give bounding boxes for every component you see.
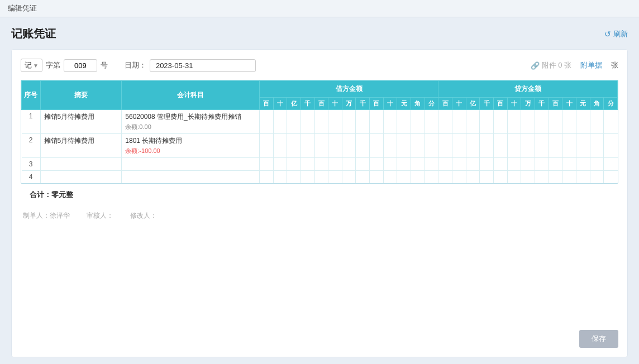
credit-cell-0-9[interactable] bbox=[562, 110, 576, 134]
debit-cell-1-0[interactable] bbox=[259, 134, 273, 158]
credit-cell-3-2[interactable] bbox=[466, 171, 480, 184]
debit-cell-3-0[interactable] bbox=[259, 171, 273, 184]
credit-cell-1-0[interactable] bbox=[438, 134, 452, 158]
debit-cell-1-8[interactable] bbox=[370, 134, 384, 158]
credit-cell-1-6[interactable] bbox=[521, 134, 535, 158]
credit-cell-1-1[interactable] bbox=[452, 134, 466, 158]
credit-cell-3-10[interactable] bbox=[576, 171, 590, 184]
cell-account-1[interactable]: 1801 长期待摊费用余额:-100.00 bbox=[122, 134, 260, 158]
debit-cell-3-5[interactable] bbox=[328, 171, 342, 184]
cell-account-0[interactable]: 56020008 管理费用_长期待摊费用摊销余额:0.00 bbox=[122, 110, 260, 134]
credit-cell-0-4[interactable] bbox=[494, 110, 508, 134]
debit-cell-3-2[interactable] bbox=[287, 171, 301, 184]
debit-cell-1-6[interactable] bbox=[342, 134, 356, 158]
debit-cell-3-1[interactable] bbox=[273, 171, 287, 184]
debit-cell-1-2[interactable] bbox=[287, 134, 301, 158]
credit-cell-2-7[interactable] bbox=[535, 158, 549, 171]
debit-cell-2-11[interactable] bbox=[411, 158, 425, 171]
debit-cell-2-7[interactable] bbox=[356, 158, 370, 171]
credit-cell-0-7[interactable] bbox=[535, 110, 549, 134]
debit-cell-2-10[interactable] bbox=[397, 158, 411, 171]
credit-cell-3-7[interactable] bbox=[535, 171, 549, 184]
table-row[interactable]: 1摊销5月待摊费用56020008 管理费用_长期待摊费用摊销余额:0.00 bbox=[22, 110, 618, 134]
credit-cell-2-3[interactable] bbox=[480, 158, 494, 171]
debit-cell-2-6[interactable] bbox=[342, 158, 356, 171]
credit-cell-1-9[interactable] bbox=[562, 134, 576, 158]
debit-cell-2-2[interactable] bbox=[287, 158, 301, 171]
credit-cell-0-12[interactable] bbox=[604, 110, 618, 134]
debit-cell-3-11[interactable] bbox=[411, 171, 425, 184]
credit-cell-0-11[interactable] bbox=[590, 110, 604, 134]
credit-cell-2-4[interactable] bbox=[494, 158, 508, 171]
credit-cell-1-12[interactable] bbox=[604, 134, 618, 158]
credit-cell-1-4[interactable] bbox=[494, 134, 508, 158]
credit-cell-0-0[interactable] bbox=[438, 110, 452, 134]
credit-cell-3-3[interactable] bbox=[480, 171, 494, 184]
debit-cell-2-12[interactable] bbox=[425, 158, 438, 171]
debit-cell-0-12[interactable] bbox=[425, 110, 438, 134]
cell-account-2[interactable] bbox=[122, 158, 260, 171]
credit-cell-1-10[interactable] bbox=[576, 134, 590, 158]
table-row[interactable]: 2摊销5月待摊费用1801 长期待摊费用余额:-100.00 bbox=[22, 134, 618, 158]
debit-cell-0-1[interactable] bbox=[273, 110, 287, 134]
credit-cell-3-0[interactable] bbox=[438, 171, 452, 184]
credit-cell-3-5[interactable] bbox=[507, 171, 521, 184]
credit-cell-3-8[interactable] bbox=[549, 171, 562, 184]
credit-cell-1-3[interactable] bbox=[480, 134, 494, 158]
credit-cell-3-1[interactable] bbox=[452, 171, 466, 184]
cell-summary-2[interactable] bbox=[40, 158, 122, 171]
credit-cell-0-6[interactable] bbox=[521, 110, 535, 134]
debit-cell-0-3[interactable] bbox=[301, 110, 314, 134]
debit-cell-0-8[interactable] bbox=[370, 110, 384, 134]
credit-cell-2-1[interactable] bbox=[452, 158, 466, 171]
credit-cell-1-5[interactable] bbox=[507, 134, 521, 158]
credit-cell-2-6[interactable] bbox=[521, 158, 535, 171]
debit-cell-0-2[interactable] bbox=[287, 110, 301, 134]
debit-cell-0-0[interactable] bbox=[259, 110, 273, 134]
credit-cell-3-12[interactable] bbox=[604, 171, 618, 184]
credit-cell-0-2[interactable] bbox=[466, 110, 480, 134]
debit-cell-2-3[interactable] bbox=[301, 158, 314, 171]
credit-cell-2-9[interactable] bbox=[562, 158, 576, 171]
cell-summary-3[interactable] bbox=[40, 171, 122, 184]
debit-cell-1-9[interactable] bbox=[383, 134, 397, 158]
table-row[interactable]: 3 bbox=[22, 158, 618, 171]
debit-cell-1-4[interactable] bbox=[314, 134, 328, 158]
refresh-button[interactable]: ↺ 刷新 bbox=[604, 29, 628, 39]
credit-cell-2-10[interactable] bbox=[576, 158, 590, 171]
credit-cell-2-0[interactable] bbox=[438, 158, 452, 171]
debit-cell-1-11[interactable] bbox=[411, 134, 425, 158]
debit-cell-0-5[interactable] bbox=[328, 110, 342, 134]
credit-cell-0-5[interactable] bbox=[507, 110, 521, 134]
debit-cell-1-7[interactable] bbox=[356, 134, 370, 158]
attach-link[interactable]: 附单据 bbox=[580, 60, 602, 70]
credit-cell-2-5[interactable] bbox=[507, 158, 521, 171]
credit-cell-2-12[interactable] bbox=[604, 158, 618, 171]
debit-cell-1-12[interactable] bbox=[425, 134, 438, 158]
debit-cell-2-9[interactable] bbox=[383, 158, 397, 171]
table-row[interactable]: 4 bbox=[22, 171, 618, 184]
credit-cell-0-10[interactable] bbox=[576, 110, 590, 134]
debit-cell-2-4[interactable] bbox=[314, 158, 328, 171]
debit-cell-0-7[interactable] bbox=[356, 110, 370, 134]
debit-cell-0-6[interactable] bbox=[342, 110, 356, 134]
debit-cell-3-3[interactable] bbox=[301, 171, 314, 184]
credit-cell-0-1[interactable] bbox=[452, 110, 466, 134]
date-input[interactable] bbox=[150, 59, 256, 72]
debit-cell-1-5[interactable] bbox=[328, 134, 342, 158]
credit-cell-2-11[interactable] bbox=[590, 158, 604, 171]
debit-cell-1-10[interactable] bbox=[397, 134, 411, 158]
debit-cell-3-4[interactable] bbox=[314, 171, 328, 184]
cell-summary-0[interactable]: 摊销5月待摊费用 bbox=[40, 110, 122, 134]
credit-cell-2-2[interactable] bbox=[466, 158, 480, 171]
credit-cell-1-2[interactable] bbox=[466, 134, 480, 158]
voucher-number-input[interactable] bbox=[64, 59, 97, 72]
credit-cell-2-8[interactable] bbox=[549, 158, 562, 171]
debit-cell-0-10[interactable] bbox=[397, 110, 411, 134]
credit-cell-3-6[interactable] bbox=[521, 171, 535, 184]
debit-cell-3-12[interactable] bbox=[425, 171, 438, 184]
credit-cell-0-3[interactable] bbox=[480, 110, 494, 134]
debit-cell-3-9[interactable] bbox=[383, 171, 397, 184]
voucher-type-select[interactable]: 记 ▼ bbox=[21, 59, 42, 72]
debit-cell-0-4[interactable] bbox=[314, 110, 328, 134]
